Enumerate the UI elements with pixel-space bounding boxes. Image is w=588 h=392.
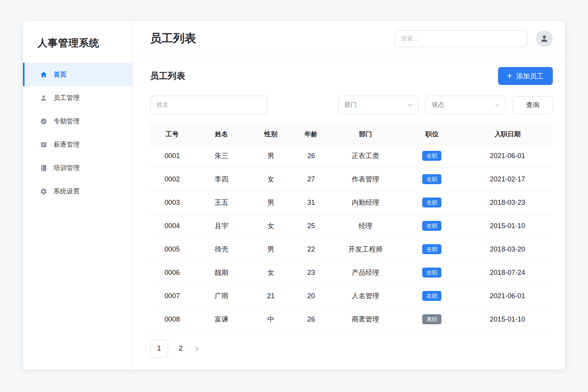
user-icon bbox=[539, 34, 549, 44]
sidebar-item-attendance[interactable]: 专助管理 bbox=[23, 109, 133, 133]
pagination: 1 2 bbox=[150, 340, 553, 358]
table-header-row: 工号 姓名 性别 年龄 部门 职位 入职日期 bbox=[150, 124, 553, 144]
column-header: 姓名 bbox=[194, 124, 249, 144]
status-badge: 在职 bbox=[422, 221, 441, 231]
chevron-down-icon bbox=[494, 102, 500, 108]
column-header: 年龄 bbox=[293, 124, 329, 144]
section-title: 员工列表 bbox=[150, 70, 185, 82]
status-badge: 在职 bbox=[422, 174, 441, 185]
department-select[interactable]: 部门 bbox=[338, 96, 418, 114]
column-header: 性别 bbox=[249, 124, 293, 144]
page-button-2[interactable]: 2 bbox=[179, 345, 183, 353]
query-button[interactable]: 查询 bbox=[513, 96, 553, 114]
sidebar-item-label: 员工管理 bbox=[54, 93, 80, 102]
card-icon bbox=[40, 141, 47, 149]
table-row: 0007 广雨 21 20 人名管理 在职 2021-06-01 bbox=[150, 284, 553, 308]
home-icon bbox=[40, 71, 47, 78]
content: 员工列表 + 添加员工 部门 状态 bbox=[133, 56, 565, 369]
app-title: 人事管理系统 bbox=[23, 21, 133, 63]
sidebar-item-label: 系统设置 bbox=[54, 187, 80, 196]
employee-table: 工号 姓名 性别 年龄 部门 职位 入职日期 0001 朱三 男 26 bbox=[150, 124, 553, 331]
app-window: 人事管理系统 首页 员工管理 专助管理 bbox=[23, 21, 565, 369]
check-circle-icon bbox=[40, 118, 47, 125]
book-icon bbox=[40, 164, 47, 172]
topbar: 员工列表 bbox=[133, 21, 565, 56]
sidebar-item-settings[interactable]: 系统设置 bbox=[23, 180, 133, 203]
table-row: 0004 且宇 女 25 经理 在职 2015-01-10 bbox=[150, 214, 553, 238]
table-row: 0002 李四 女 27 作表管理 在职 2021-02-17 bbox=[150, 168, 553, 191]
sidebar-item-employees[interactable]: 员工管理 bbox=[23, 86, 133, 109]
column-header: 部门 bbox=[329, 124, 402, 144]
sidebar-item-payroll[interactable]: 薪逐管理 bbox=[23, 133, 133, 156]
column-header: 工号 bbox=[150, 124, 194, 144]
status-badge: 离职 bbox=[422, 314, 441, 325]
sidebar-nav: 首页 员工管理 专助管理 薪逐管理 bbox=[23, 63, 133, 203]
main-area: 员工列表 员工列表 + 添加员工 部门 bbox=[133, 21, 565, 369]
sidebar-item-training[interactable]: 培训管理 bbox=[23, 156, 133, 180]
name-filter-input[interactable] bbox=[150, 96, 268, 114]
sidebar-item-label: 薪逐管理 bbox=[54, 140, 80, 149]
status-select[interactable]: 状态 bbox=[425, 96, 506, 114]
user-icon bbox=[40, 94, 47, 102]
table-row: 0003 王五 男 31 内勤经理 在职 2018-03-23 bbox=[150, 191, 553, 214]
status-badge: 在职 bbox=[422, 244, 441, 255]
table-row: 0008 富谏 中 26 商袤管理 离职 2015-01-10 bbox=[150, 308, 553, 331]
page-title: 员工列表 bbox=[150, 31, 386, 46]
search-input[interactable] bbox=[394, 30, 528, 47]
gear-icon bbox=[40, 188, 47, 195]
filter-bar: 部门 状态 查询 bbox=[150, 96, 553, 114]
status-badge: 在职 bbox=[422, 198, 441, 208]
status-badge: 在职 bbox=[422, 268, 441, 278]
avatar[interactable] bbox=[536, 30, 553, 47]
sidebar-item-label: 首页 bbox=[54, 70, 67, 79]
sidebar-item-label: 专助管理 bbox=[54, 117, 80, 126]
status-badge: 在职 bbox=[422, 291, 441, 301]
sidebar-item-home[interactable]: 首页 bbox=[23, 63, 133, 86]
table-row: 0005 徛壳 男 22 开发工程师 在职 2018-03-20 bbox=[150, 238, 553, 261]
sidebar: 人事管理系统 首页 员工管理 专助管理 bbox=[23, 21, 133, 369]
column-header: 职位 bbox=[402, 124, 462, 144]
table-row: 0006 靓期 女 23 产品经理 在职 2018-07-24 bbox=[150, 261, 553, 284]
chevron-down-icon bbox=[407, 102, 413, 108]
column-header: 入职日期 bbox=[462, 124, 553, 144]
page-button-1[interactable]: 1 bbox=[150, 340, 168, 358]
sidebar-item-label: 培训管理 bbox=[54, 163, 80, 172]
status-badge: 在职 bbox=[422, 151, 441, 161]
chevron-right-icon[interactable] bbox=[193, 345, 201, 353]
plus-icon: + bbox=[507, 72, 512, 80]
add-employee-button[interactable]: + 添加员工 bbox=[498, 67, 553, 85]
table-row: 0001 朱三 男 26 正衣工类 在职 2021-06-01 bbox=[150, 144, 553, 168]
